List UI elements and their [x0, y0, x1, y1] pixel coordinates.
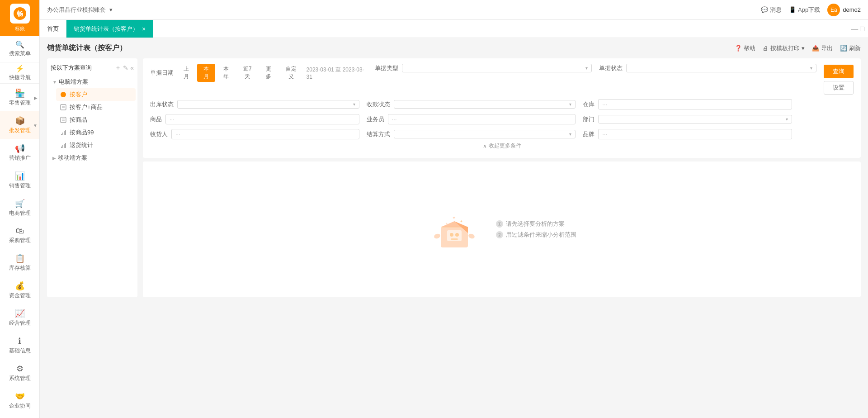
scheme-by-goods-label: 按商品: [70, 116, 87, 124]
filter-card: 单据日期 上月 本月 本年 近7天 更多 自定义 2023-03-01 至 20…: [143, 58, 861, 158]
sidebar-item-ecom[interactable]: 🛒 电商管理: [0, 194, 39, 222]
scheme-by-customer[interactable]: 按客户: [56, 88, 136, 101]
user-name: demo2: [843, 6, 861, 13]
user-profile[interactable]: Ea demo2: [827, 4, 861, 16]
main-area: 办公用品行业模拟账套 ▾ 💬 消息 📱 App下载 Ea demo2 首页: [40, 0, 868, 418]
staff-filter: 业务员 ···: [367, 114, 576, 124]
date-btn-last-month[interactable]: 上月: [177, 64, 195, 82]
add-scheme-button[interactable]: ＋: [115, 64, 121, 72]
tip1-text: 请先选择要分析的方案: [506, 220, 565, 228]
voucher-type-select[interactable]: ▾: [402, 64, 592, 72]
tab-minimize-icon[interactable]: —: [851, 25, 858, 33]
collapse-filters-button[interactable]: ∧ 收起更多条件: [150, 139, 854, 152]
goods-label: 商品: [150, 115, 162, 124]
staff-select[interactable]: ···: [388, 114, 576, 124]
sidebar-item-wholesale[interactable]: 📦 批发管理 ▼: [0, 111, 39, 139]
retail-icon: 🏪: [15, 88, 25, 98]
svg-text:✦: ✦: [452, 215, 456, 220]
sidebar-item-retail[interactable]: 🏪 零售管理 ▶: [0, 84, 39, 111]
sidebar-search[interactable]: 🔍 搜索菜单: [0, 36, 39, 62]
scheme-returns[interactable]: 退货统计: [56, 139, 136, 152]
settle-filter: 结算方式 ▾: [367, 130, 576, 138]
tree-desktop-section[interactable]: ▼ 电脑端方案: [49, 76, 136, 88]
sidebar-item-ecom-label: 电商管理: [9, 209, 31, 217]
query-button[interactable]: 查询: [824, 65, 854, 78]
collapse-panel-button[interactable]: «: [130, 64, 134, 71]
scheme-returns-label: 退货统计: [70, 141, 93, 149]
tab-sales-stats[interactable]: 销货单统计表（按客户） ×: [66, 20, 153, 38]
voucher-state-select[interactable]: ▾: [626, 64, 816, 72]
date-label: 单据日期: [150, 69, 174, 77]
empty-tip-2: ② 用过滤条件来缩小分析范围: [496, 231, 576, 239]
print-button[interactable]: 🖨 按模板打印 ▾: [763, 44, 805, 52]
sidebar-item-collab[interactable]: 🤝 企业协同: [0, 387, 39, 414]
out-state-select[interactable]: ▾: [177, 100, 359, 109]
receiver-label: 收货人: [150, 130, 168, 138]
sidebar-item-finance[interactable]: 💰 资金管理: [0, 276, 39, 304]
system-icon: ⚙: [16, 364, 24, 374]
basic-icon: ℹ: [18, 336, 21, 346]
sidebar-item-marketing[interactable]: 📢 营销推广: [0, 139, 39, 166]
ecom-icon: 🛒: [15, 199, 25, 209]
receipt-state-select[interactable]: ▾: [394, 100, 576, 109]
app-download-button[interactable]: 📱 App下载: [789, 6, 820, 14]
message-button[interactable]: 💬 消息: [761, 6, 782, 14]
header-dropdown-icon[interactable]: ▾: [109, 6, 113, 13]
export-button[interactable]: 📤 导出: [812, 44, 833, 52]
receiver-select[interactable]: ···: [171, 129, 359, 139]
svg-rect-6: [61, 117, 66, 123]
wholesale-arrow-icon: ▼: [33, 123, 38, 128]
warehouse-select[interactable]: ···: [598, 99, 792, 109]
sidebar-item-operations[interactable]: 📈 经营管理: [0, 304, 39, 332]
scheme-by-goods99[interactable]: 按商品99: [56, 126, 136, 139]
date-btn-custom[interactable]: 自定义: [279, 64, 302, 82]
svg-text:畅: 畅: [17, 10, 23, 17]
date-btn-more[interactable]: 更多: [259, 64, 278, 82]
date-btn-this-year[interactable]: 本年: [217, 64, 235, 82]
tree-mobile-arrow: ▶: [52, 156, 56, 161]
retail-arrow-icon: ▶: [34, 95, 38, 100]
edit-scheme-button[interactable]: ✎: [123, 64, 128, 71]
print-icon: 🖨: [763, 45, 769, 52]
receipt-state-label: 收款状态: [367, 100, 390, 109]
sidebar-item-basic[interactable]: ℹ 基础信息: [0, 332, 39, 359]
sidebar-logo[interactable]: 畅 标账: [0, 0, 39, 36]
goods-select[interactable]: ···: [165, 114, 359, 124]
settle-select[interactable]: ▾: [394, 130, 576, 138]
help-button[interactable]: ❓ 帮助: [735, 44, 755, 52]
tree-mobile-section[interactable]: ▶ 移动端方案: [49, 152, 136, 164]
tab-close-icon[interactable]: ×: [142, 25, 146, 33]
voucher-type-arrow-icon: ▾: [585, 66, 588, 71]
tab-maximize-icon[interactable]: □: [860, 25, 864, 33]
scheme-by-goods[interactable]: 按商品: [56, 114, 136, 126]
message-icon: 💬: [761, 6, 768, 13]
dept-select[interactable]: ▾: [598, 115, 792, 124]
sidebar-item-system[interactable]: ⚙ 系统管理: [0, 359, 39, 387]
sidebar-item-purchase[interactable]: 🛍 采购管理: [0, 222, 39, 249]
date-btn-this-month[interactable]: 本月: [197, 64, 215, 82]
brand-select[interactable]: ···: [598, 129, 792, 139]
date-btn-7days[interactable]: 近7天: [237, 64, 258, 82]
scheme-by-customer-goods[interactable]: 按客户+商品: [56, 101, 136, 114]
goods-dots: ···: [170, 116, 355, 123]
sidebar-quick-nav[interactable]: ⚡ 快捷导航: [0, 62, 39, 84]
help-icon: ❓: [735, 45, 742, 52]
page-title: 销货单统计表（按客户）: [47, 43, 127, 53]
refresh-button[interactable]: 🔄 刷新: [840, 44, 861, 52]
settle-label: 结算方式: [367, 130, 390, 138]
logo-text: 标账: [15, 25, 25, 32]
sidebar-item-sales[interactable]: 📊 销售管理: [0, 166, 39, 194]
app-download-label: App下载: [798, 6, 820, 14]
sidebar-item-inventory[interactable]: 📋 库存核算: [0, 249, 39, 276]
inventory-icon: 📋: [15, 253, 25, 263]
sidebar-item-system-label: 系统管理: [9, 375, 31, 382]
sidebar-search-label: 搜索菜单: [9, 50, 31, 57]
svg-rect-13: [61, 147, 62, 148]
operations-icon: 📈: [15, 309, 25, 318]
sidebar-item-guide[interactable]: 🎯 新手引导: [0, 414, 39, 418]
settings-button[interactable]: 设置: [824, 81, 854, 95]
purchase-icon: 🛍: [16, 226, 24, 236]
refresh-icon: 🔄: [840, 45, 847, 52]
filter-row-2: 出库状态 ▾ 收款状态 ▾: [150, 99, 854, 109]
tab-home[interactable]: 首页: [40, 20, 66, 38]
